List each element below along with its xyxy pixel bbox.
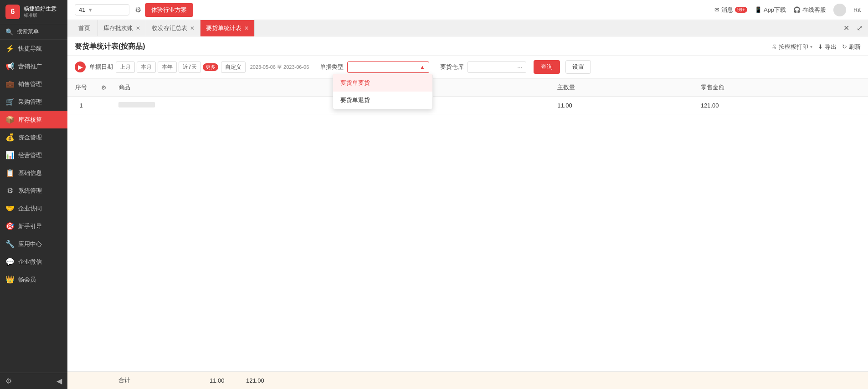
settings-btn[interactable]: 设置: [565, 60, 591, 74]
app-download-item[interactable]: 📱 App下载: [755, 6, 786, 14]
last-7-days-btn[interactable]: 近7天: [179, 61, 201, 73]
type-dropdown: 要货单要货 要货单退货: [333, 74, 433, 109]
date-buttons: 上月 本月 本年 近7天 更多: [116, 61, 218, 73]
industry-btn[interactable]: 体验行业方案: [145, 3, 193, 17]
online-service-item[interactable]: 🎧 在线客服: [793, 6, 826, 14]
export-btn[interactable]: ⬇ 导出: [818, 43, 837, 51]
tab-home[interactable]: 首页: [71, 20, 98, 36]
member-icon: 👑: [5, 275, 15, 284]
sidebar-item-marketing[interactable]: 📢营销推广: [0, 57, 67, 75]
date-range-text: 2023-05-06 至 2023-06-06: [250, 64, 309, 71]
inventory-icon: 📦: [5, 115, 15, 124]
close-tab-inventory-batch-btn[interactable]: ✕: [136, 25, 140, 31]
filter-bar: ▶ 单据日期 上月 本月 本年 近7天 更多 自定义 2023-05-06 至 …: [67, 56, 868, 79]
sidebar-item-purchase[interactable]: 🛒采购管理: [0, 93, 67, 111]
tab-collection-summary[interactable]: 收发存汇总表✕: [146, 20, 200, 36]
sidebar-item-sales[interactable]: 💼销售管理: [0, 75, 67, 93]
headset-icon: 🎧: [793, 6, 801, 13]
cell-sales-amount: 121.00: [695, 97, 868, 114]
this-year-btn[interactable]: 本年: [158, 61, 177, 73]
tabs-bar-right: ✕ ⤢: [842, 22, 864, 34]
sidebar-item-quick-nav[interactable]: ⚡快捷导航: [0, 40, 67, 57]
phone-icon: 📱: [755, 6, 762, 13]
user-name: Rit: [853, 6, 861, 13]
sidebar-search[interactable]: 🔍 搜索菜单: [0, 24, 67, 40]
date-filter-label: 单据日期: [89, 63, 113, 71]
sidebar-item-app-center[interactable]: 🔧应用中心: [0, 235, 67, 253]
selector-arrow-icon: ▾: [89, 6, 92, 13]
table-row: 1 块 11.00 121.00: [67, 97, 868, 114]
marketing-icon: 📢: [5, 62, 15, 71]
topbar-left: 41 ▾ ⚙ 体验行业方案: [75, 3, 193, 17]
table-header-row: 序号 ⚙ 商品 主计量单位 主数量 零售金额: [67, 79, 868, 97]
col-product: 商品: [113, 79, 349, 97]
type-arrow-up-icon: ▲: [419, 64, 425, 71]
collapse-icon[interactable]: ◀: [56, 377, 62, 385]
col-settings[interactable]: ⚙: [95, 79, 113, 97]
app-center-icon: 🔧: [5, 240, 15, 248]
product-placeholder: [118, 102, 155, 107]
refresh-btn[interactable]: ↻ 刷新: [842, 43, 861, 51]
sidebar-item-finance[interactable]: 💰资金管理: [0, 128, 67, 146]
purchase-icon: 🛒: [5, 97, 15, 106]
page-header-actions: 🖨 按模板打印 ▾ ⬇ 导出 ↻ 刷新: [771, 43, 861, 51]
app-title: 畅捷通好生意 标准版: [24, 5, 56, 19]
query-btn[interactable]: 查询: [534, 60, 560, 74]
wechat-icon: 💬: [5, 257, 15, 266]
dropdown-item-order-return[interactable]: 要货单退货: [333, 92, 432, 109]
sidebar-item-wechat[interactable]: 💬企业微信: [0, 253, 67, 271]
sidebar-item-operations[interactable]: 📊经营管理: [0, 146, 67, 164]
system-icon: ⚙: [5, 186, 15, 195]
quick-nav-icon: ⚡: [5, 44, 15, 53]
tab-order-stats[interactable]: 要货单统计表✕: [200, 20, 255, 36]
print-dropdown-icon: ▾: [810, 44, 812, 49]
app-logo: 6: [5, 5, 20, 19]
print-icon: 🖨: [771, 43, 777, 50]
cell-product: [113, 97, 349, 114]
footer-sales-amount: 121.00: [246, 377, 301, 384]
close-tab-order-stats-btn[interactable]: ✕: [244, 25, 249, 31]
maximize-tab-icon[interactable]: ⤢: [855, 22, 864, 34]
cell-row-num: 1: [67, 97, 95, 114]
topbar-right: ✉ 消息 99+ 📱 App下载 🎧 在线客服 Rit: [714, 4, 861, 16]
guide-icon: 🎯: [5, 222, 15, 230]
operations-icon: 📊: [5, 151, 15, 159]
topbar-gear-icon[interactable]: ⚙: [135, 5, 141, 14]
this-month-btn[interactable]: 本月: [137, 61, 156, 73]
dropdown-item-order-goods[interactable]: 要货单要货: [333, 74, 432, 92]
table-footer: 合计 11.00 121.00: [67, 371, 868, 389]
tabs-bar: 首页库存批次账✕收发存汇总表✕要货单统计表✕ ✕ ⤢: [67, 20, 868, 36]
col-quantity: 主数量: [552, 79, 695, 97]
cooperation-icon: 🤝: [5, 204, 15, 213]
user-avatar[interactable]: [833, 4, 846, 16]
sidebar-item-inventory[interactable]: 📦库存核算: [0, 111, 67, 128]
more-date-badge[interactable]: 更多: [203, 63, 218, 71]
close-tab-icon[interactable]: ✕: [842, 22, 851, 34]
print-template-btn[interactable]: 🖨 按模板打印 ▾: [771, 43, 812, 51]
warehouse-select[interactable]: ···: [467, 61, 526, 73]
cell-quantity: 11.00: [552, 97, 695, 114]
sidebar-item-cooperation[interactable]: 🤝企业协同: [0, 200, 67, 217]
type-filter-label: 单据类型: [320, 63, 344, 71]
expand-filter-btn[interactable]: ▶: [75, 61, 86, 72]
custom-date-btn[interactable]: 自定义: [221, 61, 246, 73]
settings-icon[interactable]: ⚙: [5, 377, 12, 385]
filter-type-wrapper: 单据类型 ▲ 要货单要货 要货单退货: [313, 61, 429, 73]
close-tab-collection-summary-btn[interactable]: ✕: [190, 25, 195, 31]
type-select[interactable]: ▲: [347, 61, 429, 73]
content-area: 要货单统计表(按商品) 🖨 按模板打印 ▾ ⬇ 导出 ↻ 刷新 ▶: [67, 36, 868, 389]
messages-item[interactable]: ✉ 消息 99+: [714, 6, 747, 14]
main-area: 41 ▾ ⚙ 体验行业方案 ✉ 消息 99+ 📱 App下载 🎧 在线客服 Ri…: [67, 0, 868, 389]
sidebar-item-guide[interactable]: 🎯新手引导: [0, 217, 67, 235]
warehouse-more-icon[interactable]: ···: [517, 64, 522, 71]
sidebar-item-system[interactable]: ⚙系统管理: [0, 182, 67, 200]
tab-inventory-batch[interactable]: 库存批次账✕: [98, 20, 146, 36]
last-month-btn[interactable]: 上月: [116, 61, 135, 73]
footer-quantity: 11.00: [210, 377, 246, 384]
sidebar-item-basic-info[interactable]: 📋基础信息: [0, 164, 67, 182]
col-sales-amount: 零售金额: [695, 79, 868, 97]
org-selector[interactable]: 41 ▾: [75, 4, 129, 15]
col-row-num: 序号: [67, 79, 95, 97]
sidebar-bottom: ⚙ ◀: [0, 373, 67, 389]
sidebar-item-member[interactable]: 👑畅会员: [0, 271, 67, 288]
